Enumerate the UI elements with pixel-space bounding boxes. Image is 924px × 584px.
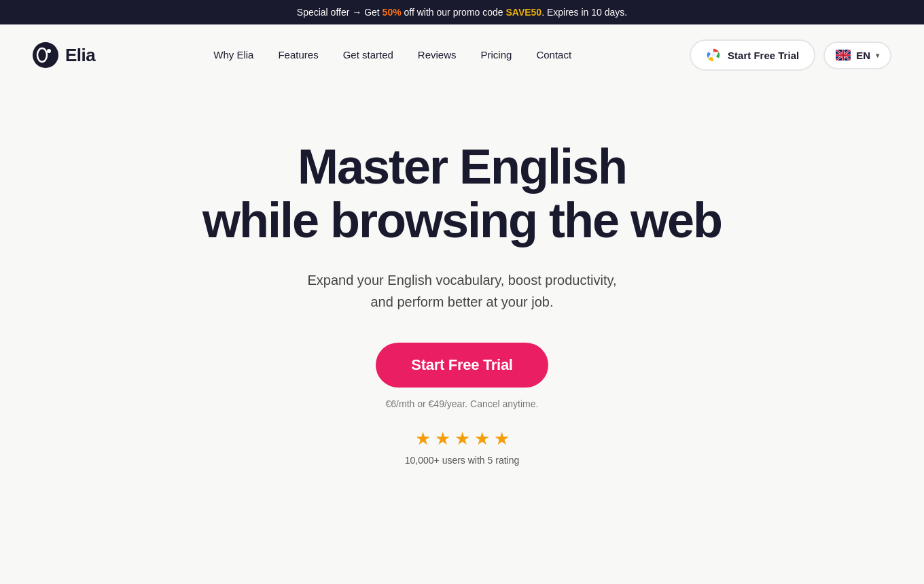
rating-text: 10,000+ users with 5 rating [405, 455, 520, 466]
star-4: ★ [474, 428, 490, 449]
svg-point-0 [33, 42, 58, 68]
star-2: ★ [435, 428, 450, 449]
hero-title: Master English while browsing the web [202, 140, 722, 247]
logo-text: Elia [65, 45, 95, 66]
chevron-down-icon: ▾ [876, 52, 879, 59]
nav-contact[interactable]: Contact [536, 49, 571, 61]
nav-right: Start Free Trial EN ▾ [690, 39, 891, 71]
svg-point-2 [47, 49, 51, 53]
announcement-middle: off with our promo code [402, 7, 506, 18]
hero-start-trial-button[interactable]: Start Free Trial [376, 343, 548, 388]
hero-section: Master English while browsing the web Ex… [0, 86, 924, 534]
pricing-note: €6/mth or €49/year. Cancel anytime. [386, 398, 539, 409]
flag-icon [836, 50, 851, 61]
stars-row: ★ ★ ★ ★ ★ [415, 428, 510, 449]
nav-features[interactable]: Features [278, 49, 318, 61]
star-1: ★ [415, 428, 431, 449]
nav-pricing[interactable]: Pricing [481, 49, 512, 61]
lang-selector[interactable]: EN ▾ [823, 41, 891, 69]
nav-start-trial-label: Start Free Trial [728, 50, 799, 61]
nav-reviews[interactable]: Reviews [418, 49, 457, 61]
star-3: ★ [455, 428, 470, 449]
nav-get-started[interactable]: Get started [343, 49, 393, 61]
announcement-code: SAVE50 [505, 7, 541, 18]
nav-links: Why Elia Features Get started Reviews Pr… [213, 49, 571, 61]
hero-cta-label: Start Free Trial [411, 356, 512, 373]
lang-label: EN [856, 50, 870, 61]
announcement-bar: Special offer → Get 50% off with our pro… [0, 0, 924, 24]
announcement-discount: 50% [383, 7, 402, 18]
star-5: ★ [494, 428, 510, 449]
nav-start-trial-button[interactable]: Start Free Trial [690, 39, 815, 71]
nav-why-elia[interactable]: Why Elia [213, 49, 253, 61]
announcement-suffix: . Expires in 10 days. [541, 7, 627, 18]
hero-subtitle: Expand your English vocabulary, boost pr… [307, 269, 616, 313]
chrome-icon [706, 48, 721, 63]
logo-icon [33, 42, 58, 68]
navbar: Elia Why Elia Features Get started Revie… [0, 24, 924, 86]
announcement-prefix: Special offer → Get [297, 7, 383, 18]
hero-title-line1: Master English [298, 139, 626, 194]
logo[interactable]: Elia [33, 42, 95, 68]
svg-point-5 [711, 53, 715, 57]
hero-title-line2: while browsing the web [202, 193, 722, 247]
